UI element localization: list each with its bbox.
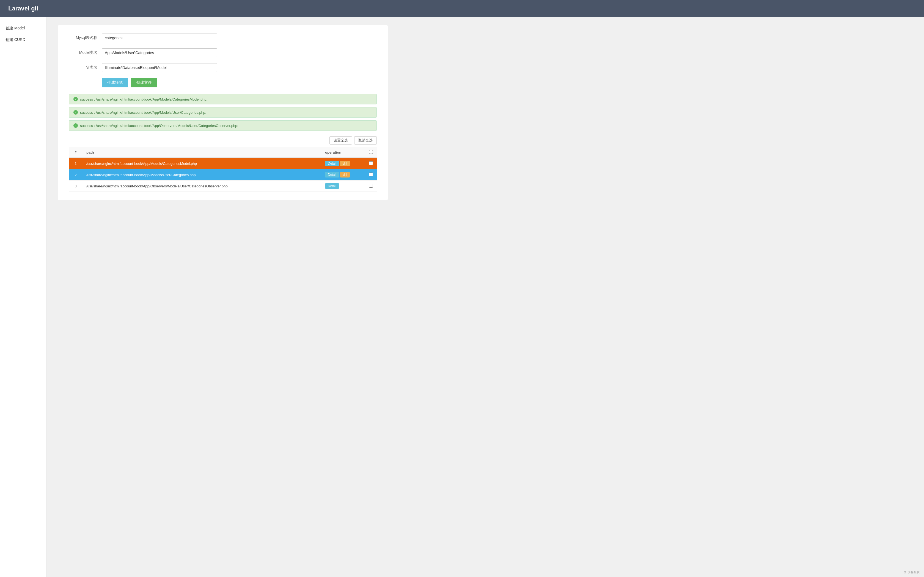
row-checkbox-3[interactable] [369,184,373,188]
row-ops: Detail diff [321,169,365,181]
sidebar-item-model[interactable]: 创建 Model [0,23,47,34]
op-btns: Detail [325,183,361,189]
parent-label: 父类名 [69,65,102,70]
table-header-row: # path operation [69,147,377,158]
alert-icon-2: ✓ [73,110,78,114]
diff-button-2[interactable]: diff [340,172,350,177]
table-row: 1 /usr/share/nginx/html/account-book/App… [69,158,377,169]
row-checkbox-2[interactable] [369,172,373,176]
mysql-label: Mysql表名称 [69,35,102,40]
deselect-all-button[interactable]: 取消全选 [354,136,377,145]
create-button[interactable]: 创建文件 [131,78,157,87]
mysql-row: Mysql表名称 [69,34,377,42]
row-ops: Detail [321,181,365,192]
row-path: /usr/share/nginx/html/account-book/App/M… [82,169,321,181]
th-operation: operation [321,147,365,158]
row-path: /usr/share/nginx/html/account-book/App/M… [82,158,321,169]
table-row: 2 /usr/share/nginx/html/account-book/App… [69,169,377,181]
op-btns: Detail diff [325,161,361,166]
files-table: # path operation 1 /usr/share/nginx/html… [69,147,377,192]
row-check [365,169,377,181]
op-btns: Detail diff [325,172,361,177]
table-controls: 设置全选 取消全选 [69,136,377,145]
row-check [365,158,377,169]
alerts-container: ✓ success : /usr/share/nginx/html/accoun… [69,94,377,131]
row-check [365,181,377,192]
header-checkbox[interactable] [369,150,373,154]
row-ops: Detail diff [321,158,365,169]
watermark: ⚙ 创客互联 [903,570,919,574]
select-all-button[interactable]: 设置全选 [330,136,352,145]
row-num: 2 [69,169,82,181]
model-row: Model类名 [69,48,377,57]
th-path: path [82,147,321,158]
alert-1: ✓ success : /usr/share/nginx/html/accoun… [69,94,377,105]
alert-2: ✓ success : /usr/share/nginx/html/accoun… [69,107,377,118]
alert-icon-3: ✓ [73,123,78,128]
table-row: 3 /usr/share/nginx/html/account-book/App… [69,181,377,192]
preview-button[interactable]: 生成预览 [102,78,128,87]
main-content: Mysql表名称 Model类名 父类名 生成预览 创建文件 [47,17,924,577]
mysql-input[interactable] [102,34,217,42]
sidebar-item-curd[interactable]: 创建 CURD [0,34,47,46]
form-card: Mysql表名称 Model类名 父类名 生成预览 创建文件 [58,25,388,200]
alert-text-1: success : /usr/share/nginx/html/account-… [80,97,207,102]
alert-icon-1: ✓ [73,97,78,102]
detail-button-1[interactable]: Detail [325,161,339,166]
alert-text-2: success : /usr/share/nginx/html/account-… [80,110,206,114]
row-num: 1 [69,158,82,169]
th-num: # [69,147,82,158]
alert-text-3: success : /usr/share/nginx/html/account-… [80,124,238,128]
app-header: Laravel gii [0,0,924,17]
btn-row: 生成预览 创建文件 [102,78,377,87]
parent-row: 父类名 [69,63,377,72]
row-checkbox-1[interactable] [369,161,373,165]
app-title: Laravel gii [8,5,38,12]
model-input[interactable] [102,48,217,57]
row-path: /usr/share/nginx/html/account-book/App/O… [82,181,321,192]
sidebar: 创建 Model 创建 CURD [0,17,47,577]
model-label: Model类名 [69,50,102,55]
alert-3: ✓ success : /usr/share/nginx/html/accoun… [69,120,377,131]
th-check [365,147,377,158]
row-num: 3 [69,181,82,192]
diff-button-1[interactable]: diff [340,161,350,166]
detail-button-2[interactable]: Detail [325,172,339,177]
detail-button-3[interactable]: Detail [325,183,339,189]
parent-input[interactable] [102,63,217,72]
